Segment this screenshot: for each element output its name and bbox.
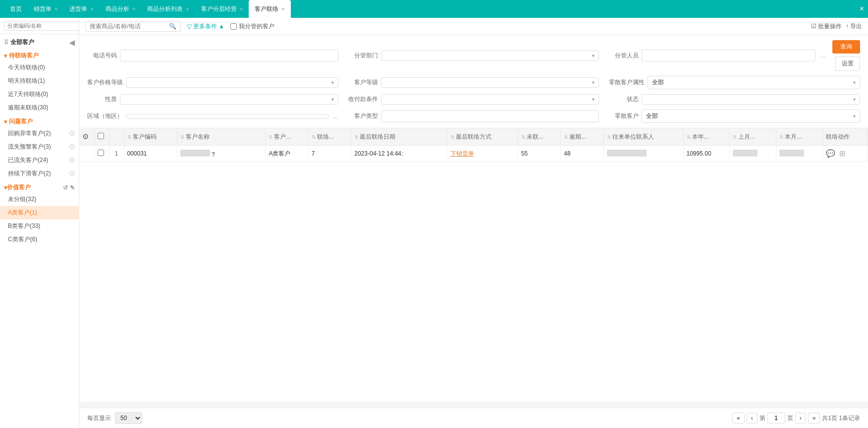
payment-label: 收付款条件 [348,95,378,104]
nav-product-analysis[interactable]: 商品分析 × [100,0,141,18]
top-nav: 首页 销货单 × 进货单 × 商品分析 × 商品分析列表 × 客户分层经营 × … [0,0,868,18]
col-sort-icon5[interactable]: ⇅ [354,134,358,140]
sidebar-group-pending[interactable]: ▾ 待联络客户 [0,49,79,61]
advanced-filter-panel: 电话号码 分管部门 ▾ 分管人员 ... 查询 设置 [79,35,868,128]
region-dots-icon[interactable]: ... [333,113,338,120]
th-last-month: ⇅上月... [730,128,776,146]
chat-action-icon[interactable]: 💬 [826,149,835,158]
this-month-blurred [779,150,804,157]
nav-home[interactable]: 首页 [4,0,28,18]
close-sales-tab[interactable]: × [54,6,57,12]
th-this-month: ⇅本月... [776,128,823,146]
prev-page-button[interactable]: ‹ [747,413,758,424]
page-input[interactable] [767,413,785,424]
person-input[interactable] [642,50,815,61]
query-button[interactable]: 查询 [832,40,860,54]
close-customer-tier-tab[interactable]: × [240,6,243,12]
main-search-icon[interactable]: 🔍 [169,23,176,30]
page-size-select[interactable]: 50 100 200 [115,412,142,424]
customer-grade-select[interactable]: ▾ [381,77,599,88]
phone-input[interactable] [120,50,338,61]
window-close-button[interactable]: × [860,4,864,13]
sidebar-item-churned[interactable]: 已流失客户(24) ⓘ [0,154,79,167]
sidebar-group-problem[interactable]: ▾ 问题客户 [0,114,79,127]
sidebar-item-ungrouped[interactable]: 未分组(32) [0,193,79,206]
nav-customer-contact[interactable]: 客户联络 × [249,0,290,18]
retail-attr-select[interactable]: 全部 ▾ [648,76,860,89]
region-select[interactable] [126,114,328,119]
sidebar-search-input[interactable] [4,21,79,31]
close-customer-contact-tab[interactable]: × [281,6,284,12]
select-all-checkbox[interactable] [98,133,104,139]
sidebar-item-b-class[interactable]: B类客户(33) [0,219,79,233]
sidebar-item-declining[interactable]: 持续下滑客户(2) ⓘ [0,167,79,180]
col-sort-icon[interactable]: ⇅ [127,134,131,140]
col-sort-icon12[interactable]: ⇅ [779,134,783,140]
retail-attr-label: 零散客户属性 [609,78,645,87]
sidebar-item-7days[interactable]: 近7天待联络(0) [0,88,79,101]
first-page-button[interactable]: « [732,413,745,424]
nav-customer-tier[interactable]: 客户分层经营 × [195,0,249,18]
nav-sales[interactable]: 销货单 × [28,0,63,18]
nav-purchase[interactable]: 进货单 × [63,0,99,18]
dept-select[interactable]: ▾ [381,51,599,61]
close-product-analysis-tab[interactable]: × [132,6,135,12]
person-dots-icon[interactable]: ... [820,52,825,59]
col-sort-icon11[interactable]: ⇅ [733,134,737,140]
edit-icon[interactable]: ✎ [70,184,75,191]
th-last-method: ⇅最后联络方式 [447,128,518,146]
payment-select[interactable]: ▾ [381,94,599,105]
col-sort-icon7[interactable]: ⇅ [521,134,525,140]
next-page-button[interactable]: › [795,413,806,424]
td-index: 1 [109,146,124,162]
col-sort-icon9[interactable]: ⇅ [607,134,611,140]
col-sort-icon2[interactable]: ⇅ [180,134,184,140]
qr-action-icon[interactable]: ⊞ [839,149,846,158]
filter-bar: 🔍 ▽ 更多条件 ▲ 我分管的客户 ☑ 批量操作 ↑ 导出 [79,18,868,35]
td-grade: A类客户 [266,146,308,162]
horizontal-scrollbar[interactable] [79,402,868,408]
sidebar-item-today[interactable]: 今天待联络(0) [0,61,79,74]
sidebar-item-repurchase-anomaly[interactable]: 回购异常客户(2) ⓘ [0,127,79,140]
customer-type-input[interactable] [381,110,599,122]
close-purchase-tab[interactable]: × [90,6,93,12]
table-settings-icon[interactable]: ⚙ [82,132,89,141]
main-search-input[interactable] [90,23,169,30]
last-method-link[interactable]: 下销货单 [450,150,474,157]
td-action: 💬 ⊞ [823,146,868,162]
col-sort-icon4[interactable]: ⇅ [312,134,316,140]
col-sort-icon6[interactable]: ⇅ [450,134,454,140]
status-select[interactable]: ▾ [642,94,860,105]
col-sort-icon10[interactable]: ⇅ [687,134,691,140]
grid-icon: ⠿ [4,39,8,46]
batch-ops-button[interactable]: ☑ 批量操作 [811,22,842,31]
sidebar-all-customers[interactable]: ⠿ 全部客户 ◀ [0,34,79,49]
nature-label: 性质 [87,95,117,104]
sidebar-item-overdue[interactable]: 逾期未联络(30) [0,101,79,114]
nature-select[interactable]: ▾ [120,94,338,105]
sidebar-item-churn-warning[interactable]: 流失预警客户(3) ⓘ [0,140,79,154]
export-button[interactable]: ↑ 导出 [846,22,862,31]
settings-button[interactable]: 设置 [835,56,860,71]
refresh-icon[interactable]: ↺ [63,184,68,191]
pagination-bar: 每页显示 50 100 200 « ‹ 第 页 › » 共1页 1条记录 [79,408,868,428]
more-filter-button[interactable]: ▽ 更多条件 ▲ [187,22,224,31]
last-page-button[interactable]: » [808,413,820,424]
td-this-month [776,146,823,162]
col-sort-icon8[interactable]: ⇅ [564,134,568,140]
sidebar-item-a-class[interactable]: A类客户(1) [0,206,79,219]
sidebar-item-tomorrow[interactable]: 明天待联络(1) [0,74,79,88]
close-product-analysis-list-tab[interactable]: × [186,6,189,12]
nav-product-analysis-list[interactable]: 商品分析列表 × [141,0,195,18]
price-grade-select[interactable]: ▾ [126,77,338,88]
my-customers-checkbox[interactable] [230,23,237,30]
sidebar-item-c-class[interactable]: C类客户(6) [0,233,79,246]
col-sort-icon3[interactable]: ⇅ [269,134,272,140]
td-last-date: 2023-04-12 14:44: [351,146,447,162]
filter-person: 分管人员 ... 查询 设置 [609,40,860,71]
retail-select[interactable]: 全部 ▾ [642,109,860,123]
sidebar-collapse-icon[interactable]: ◀ [69,39,75,47]
row-checkbox[interactable] [98,150,104,156]
sidebar-group-value[interactable]: ▾ 价值客户 ↺ ✎ [0,180,79,193]
td-this-year: 10995.00 [683,146,730,162]
